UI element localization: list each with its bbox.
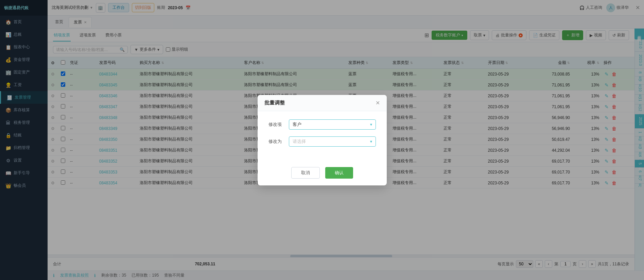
modal-modify-item: 修改为 请选择 ▾ [268,136,376,147]
modal-modify-label: 修改为 [268,138,289,145]
modal-header: 批量调整 ✕ [258,95,387,111]
modal-field-value: 客户 [293,121,370,128]
modal-field-select[interactable]: 客户 ▾ [289,119,376,130]
modal-title: 批量调整 [264,100,285,106]
modal-footer: 取消 确认 [258,162,387,185]
modal-confirm-button[interactable]: 确认 [325,167,353,179]
modal-close-button[interactable]: ✕ [376,100,380,106]
modal-body: 修改项 客户 ▾ 修改为 请选择 ▾ [258,111,387,162]
chevron-down-icon: ▾ [370,122,372,127]
modal-modify-select[interactable]: 请选择 ▾ [289,136,376,147]
modal-cancel-button[interactable]: 取消 [291,167,320,179]
modal-field-item: 修改项 客户 ▾ [268,119,376,130]
modal-field-label: 修改项 [268,121,289,128]
chevron-down-icon: ▾ [370,139,372,144]
modal-modify-placeholder: 请选择 [293,138,370,145]
batch-adjust-modal: 批量调整 ✕ 修改项 客户 ▾ 修改为 请选择 ▾ 取消 确认 [258,95,387,185]
modal-overlay: 批量调整 ✕ 修改项 客户 ▾ 修改为 请选择 ▾ 取消 确认 [0,0,644,280]
